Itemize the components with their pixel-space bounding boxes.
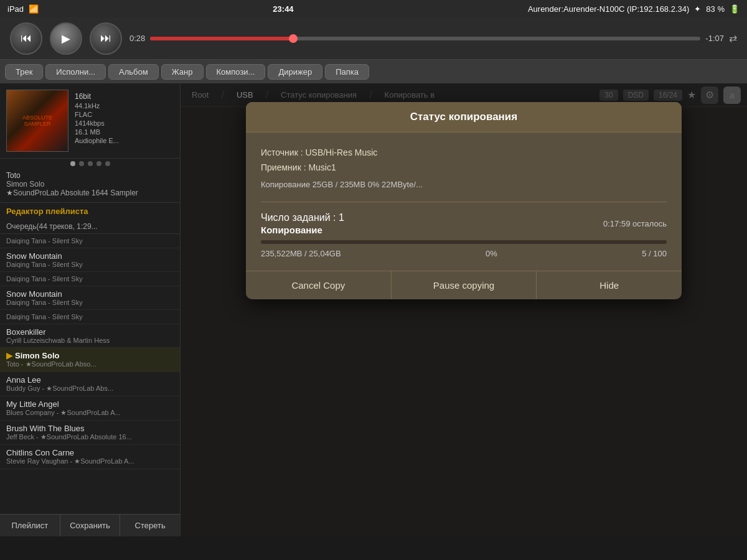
main: ABSOLUTE SAMPLER 16bit 44.1kHz FLAC 1414…: [0, 83, 747, 536]
bluetooth-icon: ✦: [694, 4, 701, 14]
audio-format: FLAC: [75, 111, 119, 118]
queue-header: Очередь(44 треков, 1:29...: [0, 220, 180, 234]
tab-folder[interactable]: Папка: [325, 64, 369, 80]
track-artist-label: Jeff Beck - ★SoundProLab Absolute 16...: [6, 433, 174, 441]
album-art-inner: ABSOLUTE SAMPLER: [7, 90, 68, 151]
nav-tabs: Трек Исполни... Альбом Жанр Компози... Д…: [0, 60, 747, 83]
tab-album[interactable]: Альбом: [108, 64, 159, 80]
tab-track[interactable]: Трек: [5, 64, 43, 80]
list-item[interactable]: Daiqing Tana - Silent Sky: [0, 234, 180, 248]
prev-button[interactable]: ⏮: [10, 22, 42, 55]
track-artist-label: Buddy Guy - ★SoundProLab Abs...: [6, 385, 174, 393]
content: Root / USB / Статус копирования / Копиро…: [181, 83, 747, 536]
track-artist-label: Cyrill Lutzeischwab & Martin Hess: [6, 337, 174, 344]
track-meta: Toto Simon Solo ★SoundProLab Absolute 16…: [0, 169, 180, 203]
modal-body: Источник : USB/Hi-Res Music Приемник : M…: [246, 133, 682, 271]
time-elapsed: 0:28: [129, 34, 145, 43]
bit-depth: 16bit: [75, 92, 119, 101]
dot-2: [79, 161, 84, 166]
hide-button[interactable]: Hide: [537, 271, 682, 299]
list-item[interactable]: Boxenkiller Cyrill Lutzeischwab & Martin…: [0, 324, 180, 348]
wifi-icon: 📶: [29, 4, 39, 14]
track-artist-label: Daiqing Tana - Silent Sky: [6, 299, 174, 306]
tab-composer[interactable]: Компози...: [206, 64, 266, 80]
track-artist-label: Stevie Ray Vaughan - ★SoundProLab A...: [6, 457, 174, 465]
list-item[interactable]: Chitlins Con Carne Stevie Ray Vaughan - …: [0, 445, 180, 469]
sample-rate: 44.1kHz: [75, 102, 119, 110]
aurender-label: Aurender:Aurender-N100C (IP:192.168.2.34…: [528, 4, 689, 14]
status-left: iPad 📶: [7, 4, 39, 14]
clock: 23:44: [273, 4, 293, 14]
modal-divider: [261, 202, 667, 202]
list-item[interactable]: Brush With The Blues Jeff Beck - ★SoundP…: [0, 421, 180, 445]
list-item[interactable]: My Little Angel Blues Company - ★SoundPr…: [0, 396, 180, 421]
tab-conductor[interactable]: Дирижер: [268, 64, 322, 80]
tab-genre[interactable]: Жанр: [161, 64, 204, 80]
track-artist-label: Blues Company - ★SoundProLab A...: [6, 409, 174, 417]
album-art: ABSOLUTE SAMPLER: [6, 90, 68, 152]
current-track-album: ★SoundProLab Absolute 1644 Sampler: [6, 189, 174, 197]
list-item[interactable]: Anna Lee Buddy Guy - ★SoundProLab Abs...: [0, 372, 180, 396]
dot-1: [70, 161, 75, 166]
sidebar: ABSOLUTE SAMPLER 16bit 44.1kHz FLAC 1414…: [0, 83, 181, 536]
save-button[interactable]: Сохранить: [60, 515, 121, 536]
track-title-label: My Little Angel: [6, 399, 174, 409]
playlist-button[interactable]: Плейлист: [0, 515, 60, 536]
modal-actions: Cancel Copy Pause copying Hide: [246, 271, 682, 299]
track-title-label: Snow Mountain: [6, 289, 174, 299]
ipad-label: iPad: [7, 4, 24, 14]
next-button[interactable]: ⏭: [90, 22, 122, 55]
track-artist-label: Daiqing Tana - Silent Sky: [6, 275, 174, 282]
dot-5: [105, 161, 110, 166]
current-track-artist: Simon Solo: [6, 180, 174, 189]
battery-label: 83 %: [706, 4, 725, 14]
bitrate: 1414kbps: [75, 119, 119, 127]
current-track-title: Toto: [6, 171, 174, 180]
destination-label: Приемник : Music1: [261, 160, 667, 175]
modal-status-row: Число заданий : 1 Копирование 0:17:59 ос…: [261, 212, 667, 235]
list-item[interactable]: Daiqing Tana - Silent Sky: [0, 310, 180, 324]
copied-size: 235,522MB / 25,04GB: [261, 249, 341, 258]
modal-status-left: Число заданий : 1 Копирование: [261, 212, 344, 235]
copying-label: Копирование: [261, 225, 344, 235]
cancel-copy-button[interactable]: Cancel Copy: [246, 271, 392, 299]
track-artist-label: Daiqing Tana - Silent Sky: [6, 313, 174, 320]
progress-fill: [150, 37, 293, 40]
track-title-label: ▶Simon Solo: [6, 351, 174, 360]
play-button[interactable]: ▶: [50, 22, 82, 55]
progress-thumb: [289, 34, 298, 43]
dots-row: [0, 159, 180, 169]
pause-copying-button[interactable]: Pause copying: [392, 271, 537, 299]
status-right: Aurender:Aurender-N100C (IP:192.168.2.34…: [528, 4, 740, 14]
percent-label: 0%: [486, 249, 497, 258]
time-remaining: -1:07: [705, 34, 724, 43]
album-info: 16bit 44.1kHz FLAC 1414kbps 16.1 MB Audi…: [75, 90, 119, 152]
track-title-label: Boxenkiller: [6, 327, 174, 337]
tab-artist[interactable]: Исполни...: [45, 64, 106, 80]
list-item[interactable]: Daiqing Tana - Silent Sky: [0, 272, 180, 286]
progress-bar[interactable]: [150, 37, 700, 40]
list-item[interactable]: Snow Mountain Daiqing Tana - Silent Sky: [0, 286, 180, 310]
modal-stats-row: 235,522MB / 25,04GB 0% 5 / 100: [261, 249, 667, 258]
dot-3: [88, 161, 93, 166]
sidebar-bottom: Плейлист Сохранить Стереть: [0, 514, 180, 536]
modal-progress-bar: [261, 240, 667, 244]
delete-button[interactable]: Стереть: [120, 515, 180, 536]
track-list: Daiqing Tana - Silent Sky Snow Mountain …: [0, 234, 180, 514]
battery-icon: 🔋: [730, 4, 740, 14]
source-label: Источник : USB/Hi-Res Music: [261, 145, 667, 160]
list-item[interactable]: Snow Mountain Daiqing Tana - Silent Sky: [0, 248, 180, 272]
modal-title: Статус копирования: [246, 102, 682, 133]
list-item[interactable]: ▶Simon Solo Toto - ★SoundProLab Abso...: [0, 348, 180, 372]
track-title-label: Snow Mountain: [6, 251, 174, 261]
status-bar: iPad 📶 23:44 Aurender:Aurender-N100C (IP…: [0, 0, 747, 17]
shuffle-icon[interactable]: ⇄: [729, 32, 737, 44]
track-title-label: Brush With The Blues: [6, 424, 174, 433]
album-art-text: ABSOLUTE SAMPLER: [7, 112, 68, 129]
copy-modal: Статус копирования Источник : USB/Hi-Res…: [246, 102, 682, 299]
track-artist-label: Daiqing Tana - Silent Sky: [6, 261, 174, 268]
progress-section: 0:28 -1:07 ⇄: [129, 32, 737, 44]
files-count: 5 / 100: [642, 249, 667, 258]
playing-indicator: ▶: [6, 351, 12, 360]
job-count-label: Число заданий : 1: [261, 212, 344, 223]
